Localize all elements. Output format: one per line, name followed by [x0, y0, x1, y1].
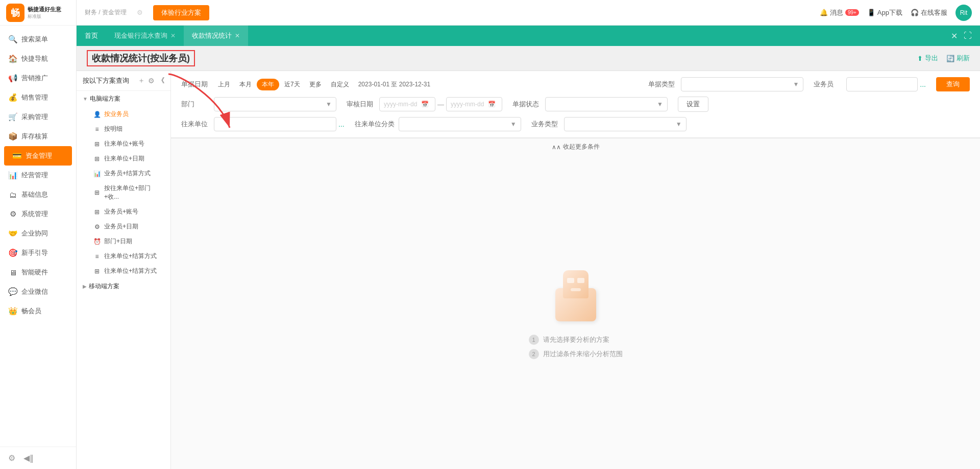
- empty-step-1: 1 请先选择要分析的方案: [529, 335, 623, 345]
- docstatus-select[interactable]: ▼: [545, 97, 668, 111]
- tab-home[interactable]: 首页: [85, 26, 106, 46]
- tree-item-label: 往来单位+日期: [104, 154, 144, 163]
- sidebar-item-sales[interactable]: 💰 销售管理: [0, 88, 76, 107]
- sidebar-item-label: 搜索菜单: [21, 35, 48, 44]
- filter-staff: 业务员 ...: [814, 77, 926, 91]
- export-icon: ⬆: [917, 55, 923, 62]
- tab-cashflow-close[interactable]: ✕: [170, 32, 176, 39]
- sidebar-item-finance[interactable]: 💳 资金管理: [4, 146, 72, 166]
- notification-label: 消息: [830, 8, 843, 17]
- date-btn-more[interactable]: 更多: [305, 79, 326, 90]
- query-button[interactable]: 查询: [936, 77, 970, 91]
- clock-icon: ⏰: [93, 238, 101, 246]
- app-download-item[interactable]: 📱 App下载: [867, 8, 902, 17]
- partner-type-label: 往来单位分类: [355, 120, 395, 129]
- tree-group-mobile: ▶ 移动端方案: [77, 278, 170, 294]
- sidebar-item-member[interactable]: 👑 畅会员: [0, 301, 76, 321]
- tree-item-partner-settle1[interactable]: ≡ 往来单位+结算方式: [77, 249, 170, 264]
- add-scheme-icon[interactable]: ＋: [138, 76, 145, 85]
- refresh-button[interactable]: 🔄 刷新: [946, 54, 970, 63]
- sidebar-item-basic[interactable]: 🗂 基础信息: [0, 185, 76, 204]
- review-date-start[interactable]: yyyy-mm-dd 📅: [379, 97, 435, 111]
- date-range-text: 2023-01-01 至 2023-12-31: [358, 80, 430, 89]
- collapse-panel-icon[interactable]: 《: [158, 76, 164, 85]
- review-date-end[interactable]: yyyy-mm-dd 📅: [446, 97, 502, 111]
- tab-collection-close[interactable]: ✕: [235, 32, 240, 39]
- tab-cashflow[interactable]: 现金银行流水查询 ✕: [106, 26, 184, 46]
- tree-item-dept-date[interactable]: ⏰ 部门+日期: [77, 234, 170, 249]
- date-btn-thismonth[interactable]: 本月: [235, 79, 256, 90]
- sidebar-item-label: 企业微信: [21, 287, 48, 296]
- tree-item-partner-settle2[interactable]: ⊞ 往来单位+结算方式: [77, 264, 170, 278]
- sidebar-item-system[interactable]: ⚙ 系统管理: [0, 204, 76, 224]
- sidebar-item-guide[interactable]: 🎯 新手引导: [0, 243, 76, 263]
- tree-item-label: 按往来单位+部门+收...: [104, 184, 164, 201]
- sidebar-item-smart[interactable]: 🖥 智能硬件: [0, 263, 76, 282]
- sidebar-item-marketing[interactable]: 📢 营销推广: [0, 68, 76, 88]
- date-btn-thisyear[interactable]: 本年: [257, 79, 279, 90]
- staff-more-icon[interactable]: ...: [920, 80, 926, 88]
- refresh-label: 刷新: [957, 54, 970, 63]
- window-close-btn[interactable]: ✕: [951, 31, 958, 41]
- online-service-item[interactable]: 🎧 在线客服: [911, 8, 947, 17]
- sidebar-item-purchase[interactable]: 🛒 采购管理: [0, 107, 76, 127]
- date-btn-custom[interactable]: 自定义: [327, 79, 353, 90]
- table2-icon: ⊞: [93, 155, 101, 163]
- person-icon: 👤: [93, 110, 101, 119]
- arrow-down-icon: ▼: [83, 96, 88, 102]
- sidebar-item-quicknav[interactable]: 🏠 快捷导航: [0, 49, 76, 68]
- tree-item-staff-account[interactable]: ⊞ 业务员+账号: [77, 204, 170, 219]
- tree-group-desktop-header[interactable]: ▼ 电脑端方案: [77, 91, 170, 107]
- collapse-bar[interactable]: ∧∧ 收起更多条件: [171, 138, 980, 155]
- sidebar-item-wechat[interactable]: 💬 企业微信: [0, 282, 76, 301]
- settings-scheme-icon[interactable]: ⚙: [148, 77, 155, 85]
- robot-head: [563, 270, 589, 298]
- sidebar-nav: 🔍 搜索菜单 🏠 快捷导航 📢 营销推广 💰 销售管理 🛒 采购管理 📦 库存核…: [0, 26, 76, 447]
- date-btn-7days[interactable]: 近7天: [280, 79, 304, 90]
- tree-item-label: 往来单位+账号: [104, 139, 144, 148]
- main-area: 财务 / 资金管理 ⚙ 体验行业方案 🔔 消息 99+ 📱 App下载 🎧 在线…: [77, 0, 980, 469]
- tab-collection[interactable]: 收款情况统计 ✕: [184, 26, 248, 46]
- partner-more-icon[interactable]: ...: [338, 120, 345, 128]
- date-label: 单据日期: [181, 80, 210, 89]
- sidebar-item-label: 新手引导: [21, 248, 48, 257]
- notification-item[interactable]: 🔔 消息 99+: [820, 8, 859, 17]
- tree-item-staff-settle[interactable]: 📊 业务员+结算方式: [77, 166, 170, 181]
- tree-item-by-staff[interactable]: 👤 按业务员: [77, 107, 170, 122]
- staff-input[interactable]: [846, 77, 918, 91]
- step-2-num: 2: [529, 349, 539, 359]
- tree-item-partner-date[interactable]: ⊞ 往来单位+日期: [77, 151, 170, 166]
- biz-type-select[interactable]: ▼: [564, 117, 687, 131]
- partner-input[interactable]: [214, 117, 336, 131]
- avatar[interactable]: Rit: [955, 5, 972, 21]
- settings-icon-topbar[interactable]: ⚙: [137, 9, 143, 16]
- tree-item-detail[interactable]: ≡ 按明细: [77, 122, 170, 136]
- empty-step-2: 2 用过滤条件来缩小分析范围: [529, 349, 623, 359]
- refresh-icon: 🔄: [946, 55, 954, 62]
- filter-dept: 部门 ▼: [181, 97, 336, 111]
- tree-item-staff-date[interactable]: ⚙ 业务员+日期: [77, 219, 170, 234]
- tree-item-partner-account[interactable]: ⊞ 往来单位+账号: [77, 136, 170, 151]
- settings-bottom-icon[interactable]: ⚙: [8, 453, 15, 463]
- tree-item-partner-dept[interactable]: ⊞ 按往来单位+部门+收...: [77, 181, 170, 204]
- trial-button[interactable]: 体验行业方案: [153, 5, 209, 20]
- collapse-icon[interactable]: ◀‖: [23, 453, 34, 463]
- tabbar-right: ✕ ⛶: [951, 31, 972, 41]
- sidebar-item-operations[interactable]: 📊 经营管理: [0, 166, 76, 185]
- export-button[interactable]: ⬆ 导出: [917, 54, 938, 63]
- sidebar-item-inventory[interactable]: 📦 库存核算: [0, 127, 76, 146]
- settings-button[interactable]: 设置: [678, 97, 708, 112]
- tree-group-mobile-header[interactable]: ▶ 移动端方案: [77, 278, 170, 294]
- window-maximize-btn[interactable]: ⛶: [964, 31, 972, 40]
- tab-home-label: 首页: [85, 31, 98, 40]
- purchase-icon: 🛒: [8, 112, 17, 122]
- sidebar-item-search[interactable]: 🔍 搜索菜单: [0, 30, 76, 49]
- dept-select[interactable]: ▼: [214, 97, 336, 111]
- system-icon: ⚙: [8, 209, 17, 219]
- doctype-select[interactable]: ▼: [681, 77, 803, 91]
- sidebar-item-enterprise[interactable]: 🤝 企业协同: [0, 224, 76, 243]
- partner-type-select[interactable]: ▼: [399, 117, 521, 131]
- date-btn-lastmonth[interactable]: 上月: [214, 79, 234, 90]
- export-label: 导出: [925, 54, 938, 63]
- wechat-icon: 💬: [8, 287, 17, 296]
